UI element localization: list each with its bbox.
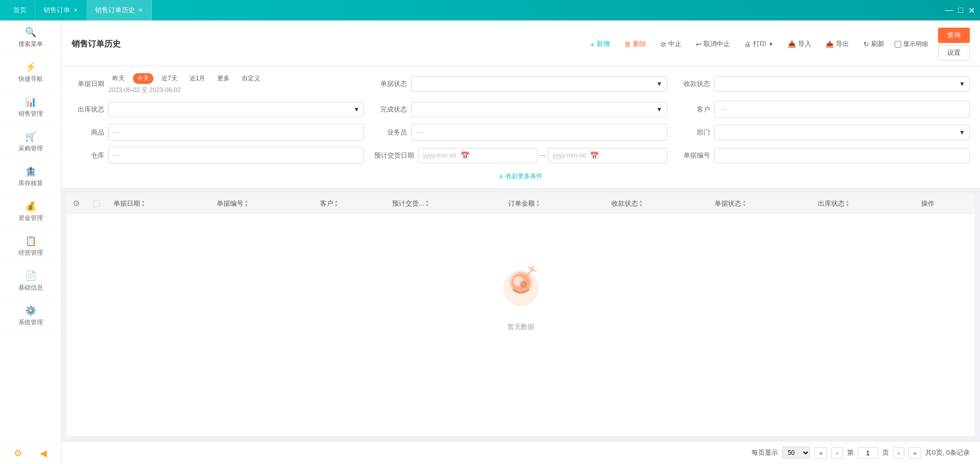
date-tag-1month[interactable]: 近1月	[186, 73, 210, 84]
sort-doc-status[interactable]: 单据状态 ▲▼	[715, 199, 806, 208]
sort-receipt-status[interactable]: 收款状态 ▲▼	[611, 199, 702, 208]
customer-more-dots[interactable]: ···	[719, 104, 726, 115]
sidebar-item-fund[interactable]: 💰 资金管理	[0, 194, 61, 229]
cancel-stop-button[interactable]: ↩ 取消中止	[692, 37, 734, 51]
show-detail-toggle[interactable]: 显示明细	[895, 40, 928, 49]
th-number: 单据编号 ▲▼	[211, 193, 314, 214]
tab-home[interactable]: 首页	[5, 0, 35, 20]
refresh-button[interactable]: ↻ 刷新	[859, 37, 888, 51]
sidebar-item-inventory[interactable]: 🏦 库存核算	[0, 160, 61, 194]
sort-amount[interactable]: 订单金额 ▲▼	[508, 199, 599, 208]
dept-label: 部门	[677, 128, 710, 137]
date-tag-7days[interactable]: 近7天	[157, 73, 181, 84]
delete-button[interactable]: 🗑 删除	[620, 37, 650, 51]
table-settings-icon[interactable]: ⚙	[73, 199, 80, 208]
prev-group-btn[interactable]: «	[814, 447, 827, 459]
settings-button[interactable]: 设置	[938, 45, 970, 60]
close-window-icon[interactable]: ✕	[968, 6, 975, 15]
delivery-status-select[interactable]: ▼	[108, 102, 364, 117]
salesperson-more-dots[interactable]: ···	[416, 127, 423, 138]
sales-icon: 📊	[25, 96, 36, 107]
page-input[interactable]	[858, 447, 878, 459]
goods-label: 商品	[72, 128, 104, 137]
sort-number-icons: ▲▼	[244, 200, 248, 208]
stop-button[interactable]: ⊘ 中止	[656, 37, 686, 51]
warehouse-input[interactable]: ···	[108, 147, 364, 164]
tab-sales-history-close[interactable]: ✕	[138, 7, 143, 14]
date-tag-more[interactable]: 更多	[213, 73, 234, 84]
sidebar-label-base-info: 基础信息	[18, 283, 43, 292]
export-icon: 📤	[826, 40, 834, 48]
tab-bar: 首页 销售订单 ✕ 销售订单历史 ✕	[5, 0, 945, 20]
collapse-button[interactable]: ∧ 收起更多条件	[499, 172, 542, 181]
page-header: 销售订单历史 + 新增 🗑 删除 ⊘ 中止 ↩ 取消中止	[61, 20, 980, 66]
sort-date[interactable]: 单据日期 ▲▼	[113, 199, 204, 208]
next-page-btn[interactable]: ›	[893, 447, 904, 459]
sort-number[interactable]: 单据编号 ▲▼	[217, 199, 308, 208]
show-detail-checkbox[interactable]	[895, 41, 901, 48]
sidebar-item-base-info[interactable]: 📄 基础信息	[0, 264, 61, 299]
calendar-end-icon[interactable]: 📅	[590, 151, 599, 160]
sidebar-item-ops[interactable]: 📋 经营管理	[0, 229, 61, 264]
sort-customer[interactable]: 客户 ▲▼	[320, 199, 380, 208]
sort-expected[interactable]: 预计交货... ▲▼	[392, 199, 496, 208]
delete-icon: 🗑	[624, 40, 631, 48]
query-button[interactable]: 查询	[938, 28, 970, 43]
sort-receipt-icons: ▲▼	[639, 200, 643, 208]
goods-more-dots[interactable]: ···	[113, 127, 121, 138]
cancel-stop-label: 取消中止	[703, 39, 730, 49]
collapse-sidebar-icon[interactable]: ◀	[40, 448, 47, 459]
delivery-date-end[interactable]: yyyy-mm-dd 📅	[548, 148, 667, 163]
filter-item-customer: 客户 ···	[677, 101, 970, 118]
calendar-start-icon[interactable]: 📅	[461, 151, 469, 160]
customer-input[interactable]: ···	[714, 101, 970, 118]
page-size-label: 每页显示	[751, 448, 778, 457]
delivery-date-start[interactable]: yyyy-mm-dd 📅	[418, 148, 537, 163]
delivery-start-placeholder: yyyy-mm-dd	[423, 152, 456, 159]
doc-number-label: 单据编号	[677, 151, 710, 160]
base-info-icon: 📄	[25, 270, 36, 281]
window-controls: — □ ✕	[945, 6, 975, 15]
next-group-btn[interactable]: »	[908, 447, 921, 459]
page-size-select[interactable]: 50 20 100	[782, 447, 810, 459]
maximize-icon[interactable]: □	[958, 6, 963, 15]
sidebar-item-search-menu[interactable]: 🔍 搜索菜单	[0, 20, 61, 55]
sort-delivery-status[interactable]: 出库状态 ▲▼	[818, 199, 909, 208]
sidebar-label-inventory: 库存核算	[18, 179, 43, 188]
date-tag-today[interactable]: 今天	[133, 73, 153, 84]
date-range-display: 2023-06-02 至 2023-06-02	[108, 86, 364, 95]
th-amount-label: 订单金额	[508, 199, 535, 208]
sidebar-item-quick-nav[interactable]: ⚡ 快捷导航	[0, 55, 61, 90]
prev-page-btn[interactable]: ‹	[831, 447, 842, 459]
dept-select[interactable]: ▼	[714, 125, 970, 140]
tab-sales-order-close[interactable]: ✕	[73, 7, 78, 14]
sidebar-item-sys[interactable]: ⚙️ 系统管理	[0, 299, 61, 334]
tab-sales-history[interactable]: 销售订单历史 ✕	[87, 0, 152, 20]
complete-status-select[interactable]: ▼	[411, 102, 667, 117]
export-button[interactable]: 📤 导出	[822, 37, 853, 51]
salesperson-input[interactable]: ···	[411, 124, 667, 141]
delivery-date-range: yyyy-mm-dd 📅 — yyyy-mm-dd 📅	[418, 148, 667, 163]
doc-number-input[interactable]	[714, 148, 970, 163]
goods-input[interactable]: ···	[108, 124, 364, 141]
tab-sales-order[interactable]: 销售订单 ✕	[35, 0, 87, 20]
select-all-checkbox[interactable]	[93, 200, 100, 207]
settings-bottom-icon[interactable]: ⚙	[14, 448, 22, 459]
minimize-icon[interactable]: —	[945, 6, 953, 15]
svg-line-7	[532, 266, 533, 270]
new-button[interactable]: + 新增	[586, 37, 614, 51]
sidebar-item-sales[interactable]: 📊 销售管理	[0, 90, 61, 125]
date-tag-custom[interactable]: 自定义	[238, 73, 264, 84]
sort-amount-icons: ▲▼	[536, 200, 540, 208]
receipt-status-select[interactable]: ▼	[714, 76, 970, 92]
th-checkbox	[87, 193, 107, 214]
import-button[interactable]: 📥 导入	[784, 37, 815, 51]
warehouse-more-dots[interactable]: ···	[113, 150, 121, 161]
date-tag-yesterday[interactable]: 昨天	[108, 73, 129, 84]
print-dropdown-icon: ▼	[768, 41, 773, 47]
th-amount: 订单金额 ▲▼	[502, 193, 605, 214]
print-button[interactable]: 🖨 打印 ▼	[740, 37, 778, 51]
expected-delivery-label: 预计交货日期	[374, 151, 414, 160]
sidebar-item-purchase[interactable]: 🛒 采购管理	[0, 125, 61, 160]
doc-status-select[interactable]: ▼	[411, 76, 667, 92]
